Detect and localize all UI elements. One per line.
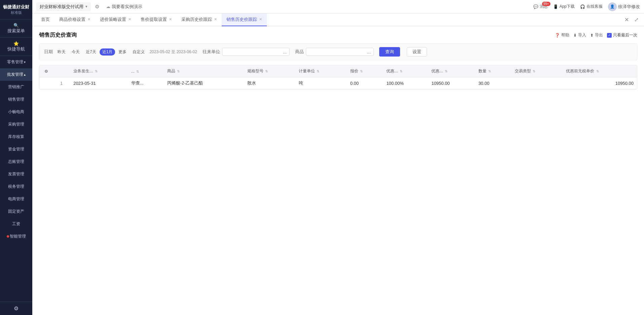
assets-label: 固定资产 [8, 209, 24, 214]
date-btn-custom[interactable]: 自定义 [130, 48, 147, 56]
date-btn-yesterday[interactable]: 昨天 [55, 48, 68, 56]
row-spec: 散水 [244, 77, 295, 89]
tab-sales-history[interactable]: 销售历史价跟踪 ✕ [222, 13, 267, 26]
sidebar-search[interactable]: 🔍 搜索菜单 [0, 20, 32, 38]
sidebar-quicknav[interactable]: ⭐ 快捷导航 [0, 38, 32, 56]
col-business-date[interactable]: 业务发生... ⇅ [70, 65, 128, 77]
sidebar-item-ecommerce[interactable]: 电商管理 [0, 193, 32, 205]
sidebar-item-tax[interactable]: 税务管理 [0, 180, 32, 193]
filter-settings-button[interactable]: 设置 [407, 47, 427, 57]
help-button[interactable]: ❓ 帮助 [555, 32, 569, 38]
date-btn-today[interactable]: 今天 [69, 48, 82, 56]
sidebar-item-retail[interactable]: 零售管理 ▾ [0, 56, 32, 68]
sidebar-item-inventory[interactable]: 库存核算 [0, 131, 32, 143]
sidebar-item-purchase[interactable]: 采购管理 [0, 118, 32, 131]
expand-icon[interactable]: ⤢ [633, 16, 640, 24]
export-button[interactable]: ⬆ 导出 [590, 32, 603, 38]
product-filter-group: 商品 ... [295, 48, 374, 56]
filter-row: 日期 昨天 今天 近7天 近1月 更多 自定义 2023-05-02 至 202… [39, 43, 637, 60]
source-unit-input[interactable] [225, 49, 282, 55]
col-unit[interactable]: 计量单位 ⇅ [295, 65, 347, 77]
salary-label: 工资 [12, 221, 20, 227]
sidebar-item-salary[interactable]: 工资 [0, 218, 32, 230]
table-body: 1 2023-05-31 华查... 丙烯酸-2-乙基己酯 散水 吨 0.00 … [39, 77, 637, 89]
data-table: ⚙ 业务发生... ⇅ ... ⇅ 商品 ⇅ [39, 65, 637, 89]
col-quantity[interactable]: 数量 ⇅ [475, 65, 511, 77]
demo-link[interactable]: ☁ 我要看实例演示 [106, 4, 142, 10]
sidebar-item-wholesale[interactable]: 批发管理 ▴ [0, 68, 32, 81]
export-icon: ⬆ [590, 33, 594, 38]
col-discount-pct[interactable]: 优惠... ⇅ [383, 65, 428, 77]
date-btn-last7[interactable]: 近7天 [83, 48, 99, 56]
col-pretax-price[interactable]: 优惠前无税单价 ⇅ [563, 65, 637, 77]
source-unit-ellipsis[interactable]: ... [283, 49, 287, 55]
marketing-label: 营销推广 [8, 84, 24, 90]
tab-purchase-history-close[interactable]: ✕ [214, 17, 217, 22]
tab-price-extract[interactable]: 售价提取设置 ✕ [136, 13, 177, 26]
tab-price-settings-close[interactable]: ✕ [87, 17, 91, 22]
col-transaction-type[interactable]: 交易类型 ⇅ [511, 65, 563, 77]
search-icon: 🔍 [13, 23, 19, 28]
invoice-label: 发票管理 [8, 171, 24, 177]
sidebar-search-label: 搜索菜单 [3, 28, 30, 34]
col-discount-price[interactable]: 优惠... ⇅ [428, 65, 475, 77]
page-title: 销售历史价查询 [39, 32, 77, 39]
finance-label: 资金管理 [8, 146, 24, 152]
cloud-icon: ☁ [106, 4, 110, 9]
table-settings-icon[interactable]: ⚙ [44, 69, 48, 74]
col-spec[interactable]: 规格型号 ⇅ [244, 65, 295, 77]
sidebar-item-finance[interactable]: 资金管理 [0, 143, 32, 155]
topbar: 好业财标准版交付试用 ▾ ⚙ ☁ 我要看实例演示 💬 消息 99+ 📱 App下… [32, 0, 644, 13]
date-btn-last1m[interactable]: 近1月 [100, 48, 115, 56]
app-download-button[interactable]: 📱 App下载 [553, 4, 575, 9]
online-service-label: 在线客服 [586, 4, 603, 9]
sidebar-item-assets[interactable]: 固定资产 [0, 205, 32, 218]
sort-icon-discount-pct: ⇅ [400, 69, 402, 73]
sidebar-item-intelligent[interactable]: 智能管理 [0, 230, 32, 243]
row-unit: 吨 [295, 77, 347, 89]
retail-label: 零售管理 [7, 59, 23, 65]
tab-price-extract-close[interactable]: ✕ [169, 17, 172, 22]
product-ellipsis[interactable]: ... [367, 49, 371, 55]
import-button[interactable]: ⬇ 导入 [573, 32, 586, 38]
sidebar-item-marketing[interactable]: 营销推广 [0, 81, 32, 93]
data-table-wrap: ⚙ 业务发生... ⇅ ... ⇅ 商品 ⇅ [39, 65, 637, 90]
settings-icon[interactable]: ⚙ [2, 305, 30, 312]
ecommerce-label: 电商管理 [8, 196, 24, 202]
col-product[interactable]: 商品 ⇅ [164, 65, 244, 77]
sidebar-logo: 畅捷通好业财 标准版 [0, 0, 32, 20]
sidebar-item-sales[interactable]: 销售管理 [0, 93, 32, 106]
col-list-price[interactable]: 报价 ⇅ [347, 65, 383, 77]
query-button[interactable]: 查询 [379, 47, 400, 57]
table-row[interactable]: 1 2023-05-31 华查... 丙烯酸-2-乙基己酯 散水 吨 0.00 … [39, 77, 637, 89]
tab-purchase-history[interactable]: 采购历史价跟踪 ✕ [177, 13, 222, 26]
sidebar-item-ecommerce-small[interactable]: 小畅电商 [0, 106, 32, 118]
module-selector[interactable]: 好业财标准版交付试用 ▾ [36, 2, 91, 11]
last-time-only-checkbox[interactable]: ✓ 只看最后一次 [607, 32, 637, 38]
avatar: 👤 [608, 2, 617, 11]
messages-button[interactable]: 💬 消息 99+ [533, 4, 548, 9]
import-label: 导入 [578, 32, 586, 38]
user-menu[interactable]: 👤 徐泽华修改 [608, 2, 640, 11]
page-content: 销售历史价查询 ❓ 帮助 ⬇ 导入 ⬆ 导出 ✓ 只 [32, 26, 644, 315]
tab-home[interactable]: 首页 [36, 13, 55, 26]
headset-icon: 🎧 [580, 4, 585, 9]
messages-badge: 99+ [542, 2, 550, 6]
last-time-only-label: 只看最后一次 [613, 32, 637, 38]
tab-price-strategy-close[interactable]: ✕ [128, 17, 131, 22]
row-quantity: 30.00 [475, 77, 511, 89]
tab-price-settings[interactable]: 商品价格设置 ✕ [55, 13, 95, 26]
page-actions: ❓ 帮助 ⬇ 导入 ⬆ 导出 ✓ 只看最后一次 [555, 32, 637, 38]
product-input[interactable] [309, 49, 365, 55]
sidebar-item-general-ledger[interactable]: 总账管理 [0, 155, 32, 168]
date-btn-more[interactable]: 更多 [116, 48, 129, 56]
tab-price-strategy[interactable]: 进价策略设置 ✕ [95, 13, 136, 26]
sort-icon-business-date: ⇅ [95, 69, 98, 73]
tab-sales-history-close[interactable]: ✕ [259, 17, 262, 22]
col-extra[interactable]: ... ⇅ [128, 65, 164, 77]
topbar-settings-icon[interactable]: ⚙ [94, 2, 101, 11]
close-window-icon[interactable]: ✕ [623, 16, 630, 24]
online-service-button[interactable]: 🎧 在线客服 [580, 4, 603, 9]
message-icon: 💬 [533, 4, 538, 9]
sidebar-item-invoice[interactable]: 发票管理 [0, 168, 32, 180]
